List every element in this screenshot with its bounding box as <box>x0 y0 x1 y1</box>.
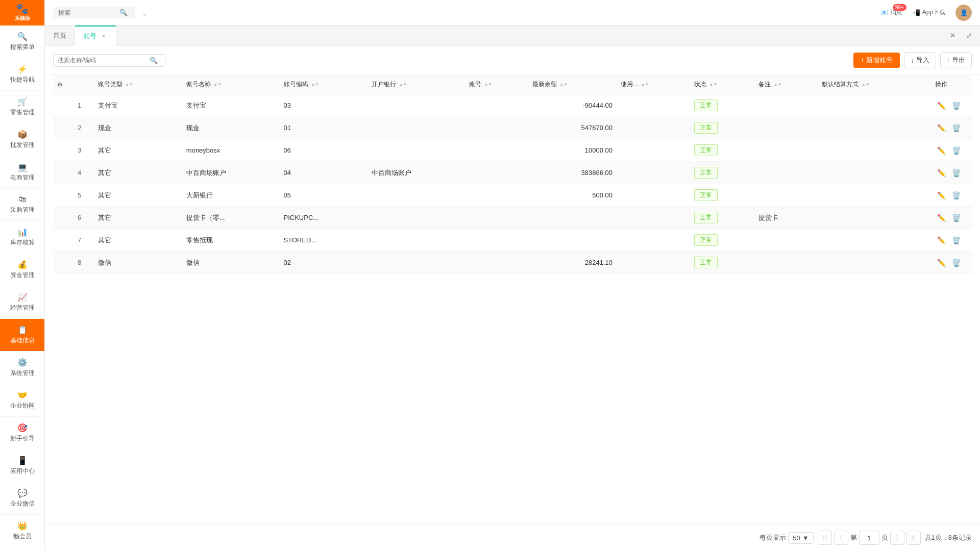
row-action-3: ✏️ 🗑️ <box>931 162 972 184</box>
edit-button-7[interactable]: ✏️ <box>935 258 948 268</box>
edit-button-6[interactable]: ✏️ <box>935 235 948 245</box>
row-default-settlement-5 <box>818 207 931 229</box>
edit-button-3[interactable]: ✏️ <box>935 168 948 178</box>
row-account-type-3: 其它 <box>94 162 182 184</box>
tab-home[interactable]: 首页 <box>45 26 75 46</box>
row-status-5: 正常 <box>690 207 754 229</box>
row-account-no-5 <box>465 207 528 229</box>
col-index <box>74 75 94 94</box>
sidebar-item-enterprise-wechat-label: 企业微信 <box>2 499 42 508</box>
row-account-type-7: 微信 <box>94 252 182 274</box>
delete-button-7[interactable]: 🗑️ <box>950 258 963 268</box>
add-account-button[interactable]: + 新增账号 <box>853 53 900 68</box>
row-index-5: 6 <box>74 207 94 229</box>
sidebar-item-search-menu[interactable]: 🔍 搜索菜单 <box>0 26 44 58</box>
edit-button-0[interactable]: ✏️ <box>935 101 948 111</box>
row-latest-balance-6 <box>528 229 617 252</box>
col-settings[interactable]: ⚙ <box>53 75 74 94</box>
sort-remark: ▲▼ <box>774 82 782 87</box>
col-account-no-label: 账号 <box>469 81 481 88</box>
sidebar-item-enterprise-wechat[interactable]: 💬 企业微信 <box>0 482 44 515</box>
settings-icon: ⚙ <box>57 81 63 88</box>
sidebar-item-starter[interactable]: 🎯 新手引导 <box>0 417 44 449</box>
sidebar-item-quick-nav[interactable]: ⚡ 快捷导航 <box>0 58 44 91</box>
table-row: 3 其它 moneybosx 06 10000.00 正常 ✏️ 🗑️ <box>53 139 972 162</box>
col-account-no[interactable]: 账号 ▲▼ <box>465 75 528 94</box>
row-account-code-4: 05 <box>280 184 368 207</box>
row-index-6: 7 <box>74 229 94 252</box>
sidebar-item-inventory[interactable]: 📊 库存核算 <box>0 221 44 254</box>
sidebar-item-basic-info[interactable]: 📋 基础信息 <box>0 319 44 352</box>
delete-button-5[interactable]: 🗑️ <box>950 213 963 223</box>
message-button[interactable]: 📧 消息 99+ <box>880 8 902 17</box>
delete-button-4[interactable]: 🗑️ <box>950 190 963 201</box>
sort-default-settlement: ▲▼ <box>862 82 870 87</box>
col-bank[interactable]: 开户银行 ▲▼ <box>368 75 465 94</box>
delete-button-1[interactable]: 🗑️ <box>950 123 963 133</box>
edit-button-1[interactable]: ✏️ <box>935 123 948 133</box>
status-badge: 正常 <box>694 122 718 134</box>
row-account-name-3: 中百商场账户 <box>182 162 280 184</box>
delete-button-0[interactable]: 🗑️ <box>950 101 963 111</box>
tab-close-button[interactable]: ✕ <box>945 29 960 43</box>
edit-button-4[interactable]: ✏️ <box>935 190 948 201</box>
tab-account[interactable]: 账号 × <box>75 26 116 46</box>
delete-button-2[interactable]: 🗑️ <box>950 145 963 156</box>
sidebar-item-operations[interactable]: 📈 经营管理 <box>0 286 44 319</box>
row-bank-5 <box>368 207 465 229</box>
edit-button-5[interactable]: ✏️ <box>935 213 948 223</box>
sidebar-item-wholesale[interactable]: 📦 批发管理 <box>0 123 44 156</box>
col-latest-balance[interactable]: 最新余额 ▲▼ <box>528 75 617 94</box>
col-default-settlement[interactable]: 默认结算方式 ▲▼ <box>818 75 931 94</box>
enterprise-wechat-icon: 💬 <box>2 488 42 498</box>
row-index-4: 5 <box>74 184 94 207</box>
page-number-input[interactable] <box>859 531 879 545</box>
row-remark-0 <box>754 94 818 117</box>
app-download-button[interactable]: 📲 App下载 <box>913 8 945 17</box>
sidebar-item-ecommerce[interactable]: 💻 电商管理 <box>0 156 44 189</box>
page-next-button[interactable]: ⟩ <box>890 531 904 545</box>
tab-fullscreen-button[interactable]: ⤢ <box>962 29 976 43</box>
col-account-type[interactable]: 账号类型 ▲▼ <box>94 75 182 94</box>
row-latest-balance-4: 500.00 <box>528 184 617 207</box>
edit-button-2[interactable]: ✏️ <box>935 145 948 156</box>
sidebar-item-finance[interactable]: 💰 资金管理 <box>0 254 44 286</box>
header-search-box[interactable]: 🔍 <box>53 7 135 18</box>
search-icon: 🔍 <box>150 57 158 64</box>
user-avatar[interactable]: 👤 <box>955 5 972 21</box>
avatar-image: 👤 <box>960 9 968 16</box>
row-account-no-1 <box>465 117 528 139</box>
sidebar-item-member[interactable]: 👑 畅会员 <box>0 515 44 547</box>
col-account-code[interactable]: 账号编码 ▲▼ <box>280 75 368 94</box>
sidebar-item-retail[interactable]: 🛒 零售管理 <box>0 91 44 123</box>
delete-button-6[interactable]: 🗑️ <box>950 235 963 245</box>
col-status[interactable]: 状态 ▲▼ <box>690 75 754 94</box>
export-button[interactable]: ↑ 导出 <box>940 52 972 68</box>
toolbar: 🔍 + 新增账号 ↓ 导入 ↑ 导出 <box>45 46 980 75</box>
search-box[interactable]: 🔍 <box>53 54 165 67</box>
row-action-0: ✏️ 🗑️ <box>931 94 972 117</box>
page-last-button[interactable]: ⟩⟩ <box>906 531 921 545</box>
page-size-dropdown[interactable]: 50 ▼ <box>788 532 813 544</box>
sidebar-item-system[interactable]: ⚙️ 系统管理 <box>0 352 44 384</box>
header-search-input[interactable] <box>58 9 119 16</box>
col-remark[interactable]: 备注 ▲▼ <box>754 75 818 94</box>
col-latest-balance-label: 最新余额 <box>532 81 557 88</box>
sidebar-item-purchase[interactable]: 🛍 采购管理 <box>0 189 44 221</box>
page-first-button[interactable]: ⟨⟨ <box>818 531 832 545</box>
sidebar-item-enterprise-agreement[interactable]: 🤝 企业协同 <box>0 384 44 417</box>
sidebar-item-app-center[interactable]: 📱 应用中心 <box>0 449 44 482</box>
col-account-name[interactable]: 账号名称 ▲▼ <box>182 75 280 94</box>
row-default-settlement-1 <box>818 117 931 139</box>
row-use-status-6 <box>617 229 690 252</box>
row-status-7: 正常 <box>690 252 754 274</box>
sort-status: ▲▼ <box>709 82 718 87</box>
search-input[interactable] <box>58 57 150 64</box>
status-badge: 正常 <box>694 257 718 268</box>
page-prev-button[interactable]: ⟨ <box>834 531 848 545</box>
col-use-status[interactable]: 使用... ▲▼ <box>617 75 690 94</box>
delete-button-3[interactable]: 🗑️ <box>950 168 963 178</box>
sidebar: 🐾 乐颜版 🔍 搜索菜单 ⚡ 快捷导航 🛒 零售管理 📦 批发管理 💻 电商管理… <box>0 0 45 551</box>
tab-account-close[interactable]: × <box>100 32 108 40</box>
import-button[interactable]: ↓ 导入 <box>904 52 936 68</box>
